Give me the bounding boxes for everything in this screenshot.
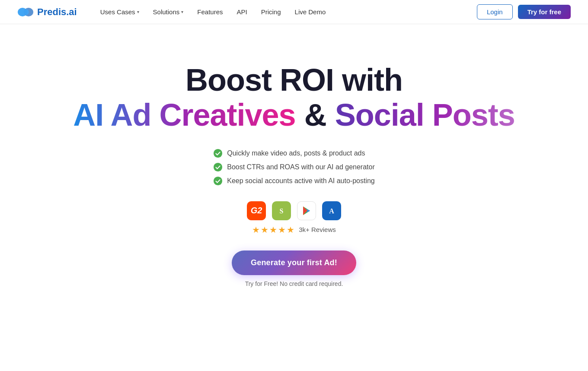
nav-api[interactable]: API [231,6,253,18]
logo-text: Predis.ai [37,6,77,18]
star-5: ★ [287,225,294,235]
nav-features[interactable]: Features [191,6,229,18]
chevron-down-icon: ▾ [137,10,139,14]
star-rating: ★ ★ ★ ★ ★ [252,225,294,235]
check-circle-icon [213,149,223,158]
cta-subtext: Try for Free! No credit card required. [245,280,343,287]
hero-title-part1: AI Ad Creatives [73,97,296,133]
feature-item-3: Keep social accounts active with AI auto… [213,176,375,186]
login-button[interactable]: Login [477,4,513,19]
svg-point-3 [214,149,222,158]
star-1: ★ [252,225,260,235]
hero-title-line1: Boost ROI with [185,63,403,97]
nav-links: Uses Cases ▾ Solutions ▾ Features API Pr… [94,6,477,18]
appstore-badge: A [322,201,341,220]
hero-title-part2: Social Posts [335,97,515,133]
feature-item-2: Boost CTRs and ROAS with our AI ad gener… [213,162,375,172]
store-badges: G2 S A [247,201,341,220]
svg-point-2 [22,9,29,15]
g2-badge: G2 [247,201,266,220]
nav-live-demo[interactable]: Live Demo [289,6,332,18]
svg-point-5 [214,177,222,185]
reviews-count: 3k+ Reviews [299,226,336,233]
svg-text:A: A [329,207,334,215]
google-play-badge [297,201,316,220]
generate-ad-button[interactable]: Generate your first Ad! [232,251,356,275]
nav-pricing[interactable]: Pricing [255,6,287,18]
chevron-down-icon: ▾ [181,10,183,14]
navbar: Predis.ai Uses Cases ▾ Solutions ▾ Featu… [0,0,588,24]
feature-item-1: Quickly make video ads, posts & product … [213,149,365,158]
reviews-row: ★ ★ ★ ★ ★ 3k+ Reviews [252,225,336,235]
nav-use-cases[interactable]: Uses Cases ▾ [94,6,145,18]
star-2: ★ [261,225,268,235]
nav-actions: Login Try for free [477,4,571,19]
check-circle-icon [213,162,223,172]
svg-point-4 [214,163,222,171]
hero-title-line2: AI Ad Creatives & Social Posts [73,97,515,133]
hero-title-ampersand: & [304,97,326,133]
star-4: ★ [278,225,286,235]
try-for-free-button[interactable]: Try for free [518,5,571,19]
nav-solutions[interactable]: Solutions ▾ [147,6,190,18]
logo-icon [17,6,34,19]
hero-section: Boost ROI with AI Ad Creatives & Social … [0,24,588,313]
check-circle-icon [213,176,223,186]
svg-text:S: S [280,207,284,215]
logo-link[interactable]: Predis.ai [17,6,77,19]
star-3: ★ [269,225,277,235]
hero-features-list: Quickly make video ads, posts & product … [213,149,375,186]
shopify-badge: S [272,201,291,220]
